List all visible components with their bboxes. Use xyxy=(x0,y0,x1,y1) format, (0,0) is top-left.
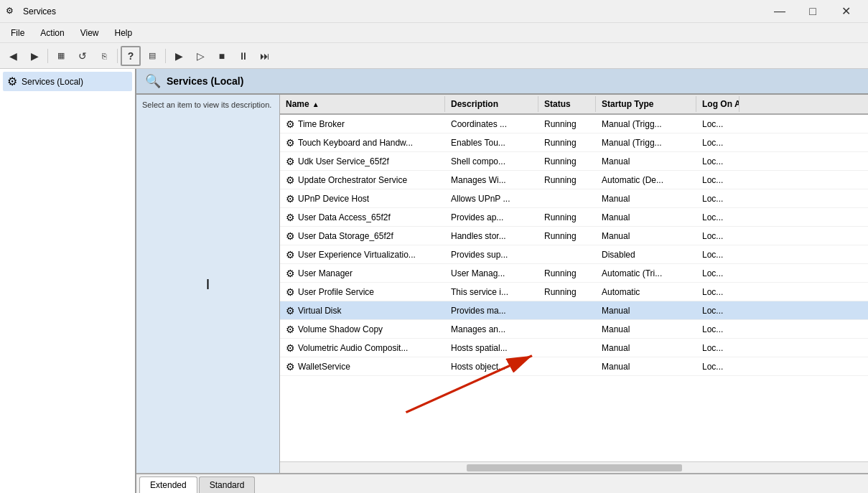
col-header-description[interactable]: Description xyxy=(445,96,538,112)
table-header: Name ▲ Description Status Startup Type L… xyxy=(280,95,868,115)
step-button[interactable]: ⏭ xyxy=(255,46,275,66)
menu-action[interactable]: Action xyxy=(32,24,72,42)
cell-name: ⚙ Touch Keyboard and Handw... xyxy=(280,136,445,150)
table-row[interactable]: ⚙ User Data Access_65f2f Provides ap... … xyxy=(280,208,868,227)
table-row[interactable]: ⚙ User Data Storage_65f2f Handles stor..… xyxy=(280,227,868,245)
cell-description: Enables Tou... xyxy=(445,136,538,149)
services-table-area: Name ▲ Description Status Startup Type L… xyxy=(280,95,868,473)
service-name-text: User Data Storage_65f2f xyxy=(298,231,393,241)
tab-extended[interactable]: Extended xyxy=(139,476,197,493)
table-row[interactable]: ⚙ WalletService Hosts object... Manual L… xyxy=(280,357,868,376)
service-name-text: Volume Shadow Copy xyxy=(298,324,383,334)
cell-startup: Manual xyxy=(596,155,696,168)
service-name-text: UPnP Device Host xyxy=(298,194,369,204)
table-row[interactable]: ⚙ User Profile Service This service i...… xyxy=(280,283,868,301)
cell-status xyxy=(538,253,596,256)
cell-status xyxy=(538,365,596,368)
service-icon: ⚙ xyxy=(286,305,295,316)
service-name-text: User Experience Virtualizatio... xyxy=(298,250,416,260)
horizontal-scrollbar[interactable] xyxy=(280,461,868,473)
cell-startup: Manual xyxy=(596,304,696,317)
cell-logon: Loc... xyxy=(696,230,739,243)
cell-startup: Manual (Trigg... xyxy=(596,118,696,131)
col-status-label: Status xyxy=(544,99,571,109)
cell-description: Provides ma... xyxy=(445,304,538,317)
console-button[interactable]: ▦ xyxy=(51,46,71,66)
service-name-text: Touch Keyboard and Handw... xyxy=(298,138,413,148)
cell-logon: Loc... xyxy=(696,304,739,317)
service-name-text: WalletService xyxy=(298,362,350,372)
col-header-logon[interactable]: Log On As xyxy=(696,96,739,112)
cell-logon: Loc... xyxy=(696,192,739,205)
table-row[interactable]: ⚙ Volumetric Audio Composit... Hosts spa… xyxy=(280,339,868,357)
table-row[interactable]: ⚙ Time Broker Coordinates ... Running Ma… xyxy=(280,115,868,133)
play-selected-button[interactable]: ▷ xyxy=(190,46,210,66)
table-row[interactable]: ⚙ Virtual Disk Provides ma... Manual Loc… xyxy=(280,301,868,320)
tab-standard[interactable]: Standard xyxy=(199,476,256,493)
cell-description: Hosts spatial... xyxy=(445,342,538,355)
col-startup-label: Startup Type xyxy=(602,99,653,109)
cell-startup: Automatic (De... xyxy=(596,174,696,187)
col-name-label: Name xyxy=(286,99,309,109)
services-local-icon: ⚙ xyxy=(7,75,17,88)
window-title: Services xyxy=(23,6,56,17)
service-icon: ⚙ xyxy=(286,212,295,223)
cell-name: ⚙ WalletService xyxy=(280,360,445,374)
cell-status: Running xyxy=(538,286,596,299)
col-header-status[interactable]: Status xyxy=(538,96,596,112)
menu-view[interactable]: View xyxy=(73,24,107,42)
play-button[interactable]: ▶ xyxy=(169,46,189,66)
table-row[interactable]: ⚙ Touch Keyboard and Handw... Enables To… xyxy=(280,133,868,152)
cell-status: Running xyxy=(538,118,596,131)
cell-logon: Loc... xyxy=(696,342,739,355)
cell-description: Coordinates ... xyxy=(445,118,538,131)
back-button[interactable]: ◀ xyxy=(3,46,23,66)
title-controls: — □ ✕ xyxy=(763,0,862,23)
col-header-startup[interactable]: Startup Type xyxy=(596,96,696,112)
service-icon: ⚙ xyxy=(286,249,295,260)
table-row[interactable]: ⚙ Update Orchestrator Service Manages Wi… xyxy=(280,171,868,189)
cell-status: Running xyxy=(538,174,596,187)
table-row[interactable]: ⚙ UPnP Device Host Allows UPnP ... Manua… xyxy=(280,189,868,208)
table-row[interactable]: ⚙ Udk User Service_65f2f Shell compo... … xyxy=(280,152,868,171)
close-button[interactable]: ✕ xyxy=(829,0,862,23)
cell-name: ⚙ Update Orchestrator Service xyxy=(280,173,445,187)
cell-name: ⚙ User Manager xyxy=(280,266,445,281)
left-pane: ⚙ Services (Local) xyxy=(0,69,136,493)
services-local-item[interactable]: ⚙ Services (Local) xyxy=(3,72,132,91)
col-header-name[interactable]: Name ▲ xyxy=(280,96,445,112)
cell-description: Manages an... xyxy=(445,323,538,336)
menu-help[interactable]: Help xyxy=(107,24,141,42)
right-pane: 🔍 Services (Local) Select an item to vie… xyxy=(136,69,868,493)
refresh-button[interactable]: ↺ xyxy=(73,46,93,66)
cell-name: ⚙ User Data Access_65f2f xyxy=(280,210,445,225)
table-row[interactable]: ⚙ User Experience Virtualizatio... Provi… xyxy=(280,245,868,264)
cell-name: ⚙ Volumetric Audio Composit... xyxy=(280,341,445,355)
service-icon: ⚙ xyxy=(286,118,295,130)
cell-status: Running xyxy=(538,136,596,149)
cell-logon: Loc... xyxy=(696,136,739,149)
service-name-text: Volumetric Audio Composit... xyxy=(298,343,408,353)
service-name-text: User Manager xyxy=(298,268,353,278)
h-scrollbar-thumb[interactable] xyxy=(467,464,682,471)
menu-file[interactable]: File xyxy=(3,24,32,42)
menu-bar: File Action View Help xyxy=(0,23,868,43)
maximize-button[interactable]: □ xyxy=(796,0,829,23)
minimize-button[interactable]: — xyxy=(763,0,796,23)
properties-button[interactable]: ▤ xyxy=(142,46,162,66)
cell-description: Shell compo... xyxy=(445,155,538,168)
export-button[interactable]: ⎘ xyxy=(94,46,114,66)
stop-button[interactable]: ■ xyxy=(212,46,232,66)
services-table-body[interactable]: ⚙ Time Broker Coordinates ... Running Ma… xyxy=(280,115,868,461)
cursor-indicator: I xyxy=(206,276,210,292)
pause-button[interactable]: ⏸ xyxy=(233,46,253,66)
service-icon: ⚙ xyxy=(286,137,295,149)
cell-description: Handles stor... xyxy=(445,230,538,243)
cell-status: Running xyxy=(538,230,596,243)
help-button[interactable]: ? xyxy=(121,46,141,66)
app-icon: ⚙ xyxy=(6,6,17,17)
table-row[interactable]: ⚙ User Manager User Manag... Running Aut… xyxy=(280,264,868,283)
forward-button[interactable]: ▶ xyxy=(24,46,45,66)
table-row[interactable]: ⚙ Volume Shadow Copy Manages an... Manua… xyxy=(280,320,868,339)
cell-name: ⚙ User Profile Service xyxy=(280,285,445,299)
